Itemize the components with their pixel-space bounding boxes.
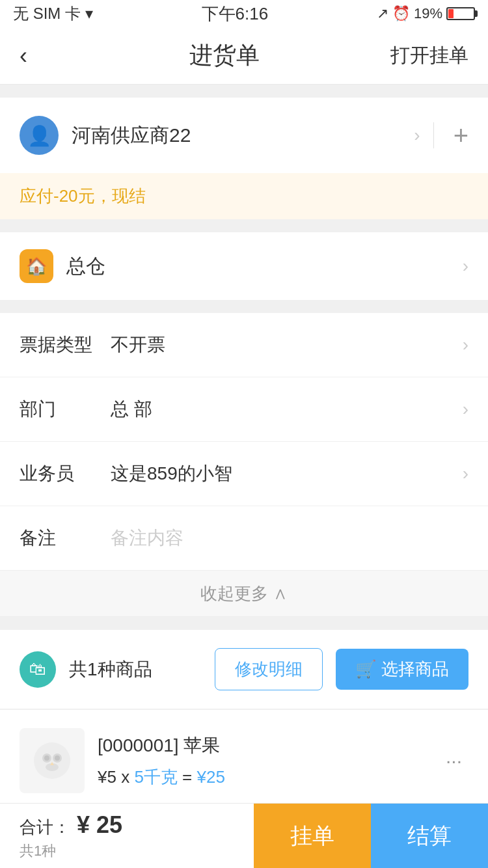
divider: [433, 122, 434, 148]
ticket-type-chevron-icon: ›: [463, 334, 468, 355]
salesperson-label: 业务员: [20, 461, 111, 486]
svg-point-0: [34, 742, 70, 779]
status-left: 无 SIM 卡 ▾: [13, 3, 93, 24]
collapse-label: 收起更多 ∧: [200, 582, 287, 605]
warehouse-icon: 🏠: [20, 249, 53, 283]
avatar-icon: 👤: [27, 124, 51, 147]
checkout-button[interactable]: 结算: [371, 804, 488, 869]
supplier-chevron-icon: ›: [414, 125, 420, 146]
remark-row[interactable]: 备注 备注内容: [0, 506, 488, 570]
cart-icon: 🛒: [355, 659, 376, 679]
product-thumbnail: [20, 728, 85, 793]
equals-icon: =: [182, 767, 197, 787]
open-pending-button[interactable]: 打开挂单: [390, 42, 468, 69]
warehouse-row[interactable]: 🏠 总仓 ›: [0, 232, 488, 300]
supplier-row[interactable]: 👤 河南供应商22 › +: [0, 98, 488, 173]
remark-label: 备注: [20, 526, 111, 550]
bag-icon: 🛍: [29, 659, 46, 679]
select-product-button[interactable]: 🛒 选择商品: [336, 649, 468, 690]
product-header: 🛍 共1种商品 修改明细 🛒 选择商品: [0, 630, 488, 709]
product-icon: 🛍: [20, 651, 56, 688]
unit-price: ¥5: [98, 767, 116, 787]
page-title: 进货单: [189, 40, 260, 72]
form-section: 票据类型 不开票 › 部门 总 部 › 业务员 这是859的小智 › 备注 备注…: [0, 313, 488, 570]
multiply-icon: x: [121, 767, 134, 787]
total-amount: ¥ 25: [77, 811, 122, 839]
total-sub: 共1种: [20, 841, 234, 861]
sim-status: 无 SIM 卡 ▾: [13, 3, 93, 24]
ticket-type-value: 不开票: [111, 332, 463, 357]
status-bar: 无 SIM 卡 ▾ 下午6:16 ↗ ⏰ 19%: [0, 0, 488, 27]
edit-detail-button[interactable]: 修改明细: [215, 648, 323, 690]
svg-point-3: [44, 755, 49, 761]
supplier-section: 👤 河南供应商22 › + 应付-20元，现结: [0, 98, 488, 219]
suspend-button[interactable]: 挂单: [254, 804, 371, 869]
battery-icon: [446, 7, 475, 20]
product-count: 共1种商品: [69, 657, 202, 682]
status-time: 下午6:16: [202, 3, 269, 25]
quantity: 5千克: [134, 767, 177, 787]
total-text: 合计：: [20, 816, 70, 839]
gap-2: [0, 219, 488, 232]
nav-bar: ‹ 进货单 打开挂单: [0, 27, 488, 85]
department-chevron-icon: ›: [463, 399, 468, 420]
collapse-row[interactable]: 收起更多 ∧: [0, 570, 488, 617]
salesperson-value: 这是859的小智: [111, 461, 463, 486]
warehouse-chevron-icon: ›: [463, 256, 468, 277]
ticket-type-row[interactable]: 票据类型 不开票 ›: [0, 313, 488, 377]
battery-text: 19%: [414, 5, 442, 22]
warehouse-section: 🏠 总仓 ›: [0, 232, 488, 300]
product-info: [0000001] 苹果 ¥5 x 5千克 = ¥25: [98, 733, 426, 789]
product-card: [0000001] 苹果 ¥5 x 5千克 = ¥25 ···: [0, 710, 488, 811]
department-value: 总 部: [111, 397, 463, 422]
supplier-name: 河南供应商22: [72, 122, 414, 149]
gap-4: [0, 617, 488, 630]
department-row[interactable]: 部门 总 部 ›: [0, 377, 488, 442]
subtotal: ¥25: [197, 767, 225, 787]
product-code: [0000001]: [98, 735, 179, 755]
gap-1: [0, 85, 488, 98]
ticket-type-label: 票据类型: [20, 332, 111, 357]
product-image: [33, 741, 72, 780]
back-button[interactable]: ‹: [20, 42, 59, 70]
remark-input[interactable]: 备注内容: [111, 526, 468, 550]
payment-hint: 应付-20元，现结: [0, 173, 488, 219]
location-icon: ↗: [377, 5, 388, 22]
status-right: ↗ ⏰ 19%: [377, 5, 475, 22]
salesperson-row[interactable]: 业务员 这是859的小智 ›: [0, 442, 488, 506]
warehouse-label: 总仓: [66, 253, 463, 280]
alarm-icon: ⏰: [392, 5, 410, 22]
bottom-bar: 合计： ¥ 25 共1种 挂单 结算: [0, 803, 488, 868]
svg-point-4: [55, 755, 60, 761]
gap-3: [0, 300, 488, 313]
product-title: 苹果: [183, 735, 220, 755]
add-supplier-button[interactable]: +: [454, 121, 468, 150]
product-name: [0000001] 苹果: [98, 733, 426, 758]
supplier-avatar: 👤: [20, 116, 59, 155]
salesperson-chevron-icon: ›: [463, 463, 468, 484]
select-product-label: 选择商品: [381, 658, 449, 681]
more-options-button[interactable]: ···: [439, 743, 468, 778]
product-price: ¥5 x 5千克 = ¥25: [98, 766, 426, 789]
department-label: 部门: [20, 397, 111, 422]
total-label: 合计： ¥ 25: [20, 811, 234, 839]
total-section: 合计： ¥ 25 共1种: [0, 811, 254, 861]
